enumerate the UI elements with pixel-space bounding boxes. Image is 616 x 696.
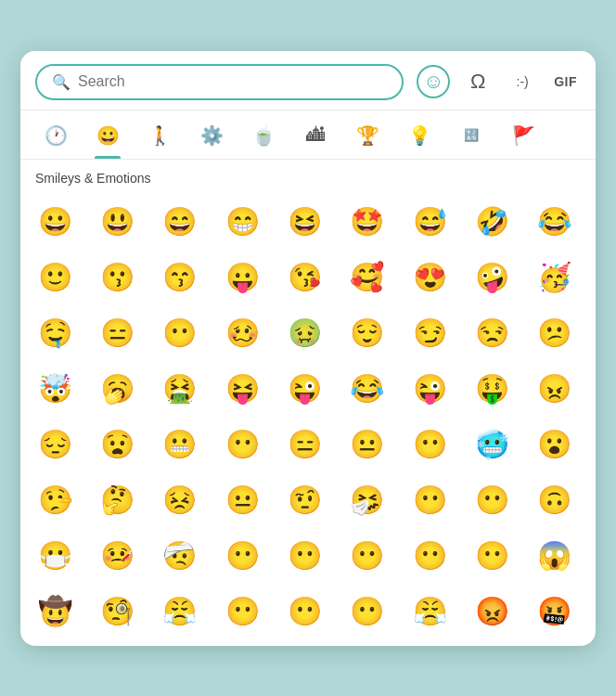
emoji-cell[interactable]: 🙂 <box>28 251 82 304</box>
emoji-cell[interactable]: 😶 <box>277 529 331 583</box>
search-input[interactable] <box>78 73 387 90</box>
emoji-cell[interactable]: 😧 <box>90 418 144 471</box>
emoji-cell[interactable]: 😶 <box>215 418 269 471</box>
tab-objects[interactable]: 🏆 <box>343 118 391 159</box>
category-tabs: 🕐 😀 🚶 ⚙️ 🍵 🏙 🏆 💡 🔣 🚩 <box>20 110 596 160</box>
emoji-cell[interactable]: 😶 <box>403 418 456 471</box>
emoji-cell[interactable]: 🤣 <box>465 195 519 249</box>
emoji-cell[interactable]: 😁 <box>215 195 269 249</box>
tab-text[interactable]: 🔣 <box>447 118 495 159</box>
emoji-cell[interactable]: 😏 <box>403 306 456 360</box>
emoji-cell[interactable]: 🙃 <box>528 473 582 527</box>
emoji-cell[interactable]: 🤒 <box>90 529 144 583</box>
emoji-cell[interactable]: 😃 <box>90 195 144 249</box>
tab-recent[interactable]: 🕐 <box>32 118 80 159</box>
emoji-cell[interactable]: 😷 <box>28 529 82 583</box>
emoji-cell[interactable]: 😶 <box>403 473 456 527</box>
emoji-cell[interactable]: 😶 <box>153 306 207 360</box>
emoji-cell[interactable]: 😂 <box>340 362 394 416</box>
emoji-cell[interactable]: 😬 <box>153 418 207 471</box>
emoji-cell[interactable]: 😑 <box>90 306 144 360</box>
tab-travel[interactable]: 🏙 <box>291 118 340 159</box>
emoji-cell[interactable]: 😅 <box>403 195 456 249</box>
emoji-cell[interactable]: 😐 <box>215 473 269 527</box>
emoji-picker: 🔍 ☺ Ω :-) GIF 🕐 😀 🚶 ⚙️ 🍵 🏙 🏆 💡 🔣 🚩 Smile… <box>20 51 596 646</box>
emoji-cell[interactable]: 😕 <box>528 306 582 360</box>
emoji-cell[interactable]: 😙 <box>153 251 207 304</box>
emoji-cell[interactable]: 😜 <box>277 362 331 416</box>
emoji-cell[interactable]: 😶 <box>340 585 394 638</box>
emoji-cell[interactable]: 🤯 <box>28 362 82 416</box>
emoji-cell[interactable]: 😌 <box>340 306 394 360</box>
tab-smileys[interactable]: 😀 <box>83 118 132 159</box>
omega-button[interactable]: Ω <box>461 65 494 98</box>
emoji-cell[interactable]: 😠 <box>528 362 582 416</box>
tab-symbols[interactable]: 💡 <box>395 118 443 159</box>
emoji-cell[interactable]: 😔 <box>28 418 82 471</box>
search-box[interactable]: 🔍 <box>35 64 404 100</box>
section-title: Smileys & Emotions <box>20 160 596 191</box>
emoji-cell[interactable]: 😍 <box>403 251 456 304</box>
emoji-cell[interactable]: 🥱 <box>90 362 144 416</box>
tab-flags[interactable]: 🚩 <box>499 118 547 159</box>
emoji-cell[interactable]: 🤪 <box>465 251 519 304</box>
emoji-cell[interactable]: 😘 <box>277 251 331 304</box>
emoji-cell[interactable]: 😶 <box>465 473 519 527</box>
header-icons: ☺ Ω :-) GIF <box>417 65 581 98</box>
search-icon: 🔍 <box>52 73 71 91</box>
emoji-cell[interactable]: 😤 <box>153 585 207 638</box>
emoji-cell[interactable]: 😮 <box>528 418 582 471</box>
emoji-cell[interactable]: 😀 <box>28 195 82 249</box>
emoji-cell[interactable]: 🤕 <box>153 529 207 583</box>
tab-food[interactable]: 🍵 <box>239 118 288 159</box>
emoji-cell[interactable]: 😜 <box>403 362 456 416</box>
emoji-cell[interactable]: 😛 <box>215 251 269 304</box>
emoji-cell[interactable]: 😝 <box>215 362 269 416</box>
emoji-cell[interactable]: 🤩 <box>340 195 394 249</box>
tab-activities[interactable]: ⚙️ <box>187 118 236 159</box>
emoji-cell[interactable]: 😶 <box>340 529 394 583</box>
emoji-tab-button[interactable]: ☺ <box>417 65 450 98</box>
emoji-cell[interactable]: 🤑 <box>465 362 519 416</box>
emoji-cell[interactable]: 🥴 <box>215 306 269 360</box>
emoji-cell[interactable]: 😄 <box>153 195 207 249</box>
emoji-cell[interactable]: 🤢 <box>277 306 331 360</box>
emoji-cell[interactable]: 🤠 <box>28 585 82 638</box>
emoji-cell[interactable]: 😤 <box>403 585 456 638</box>
emoji-cell[interactable]: 😶 <box>465 529 519 583</box>
header: 🔍 ☺ Ω :-) GIF <box>20 51 596 110</box>
emoji-cell[interactable]: 😑 <box>277 418 331 471</box>
emoji-cell[interactable]: 🤤 <box>28 306 82 360</box>
emoji-cell[interactable]: 🤥 <box>28 473 82 527</box>
emoji-cell[interactable]: 😂 <box>528 195 582 249</box>
emoji-cell[interactable]: 😐 <box>340 418 394 471</box>
emoji-cell[interactable]: 🥰 <box>340 251 394 304</box>
gif-button[interactable]: GIF <box>550 65 581 98</box>
emoji-cell[interactable]: 🤮 <box>153 362 207 416</box>
emoji-cell[interactable]: 😡 <box>465 585 519 638</box>
emoji-cell[interactable]: 🤔 <box>90 473 144 527</box>
emoji-cell[interactable]: 🥶 <box>465 418 519 471</box>
emoji-cell[interactable]: 🤬 <box>528 585 582 638</box>
emoji-cell[interactable]: 😶 <box>215 585 269 638</box>
emoji-cell[interactable]: 🥳 <box>528 251 582 304</box>
emoji-cell[interactable]: 🧐 <box>90 585 144 638</box>
emoji-cell[interactable]: 🤧 <box>340 473 394 527</box>
emoji-cell[interactable]: 😶 <box>277 585 331 638</box>
emoticon-button[interactable]: :-) <box>506 65 539 98</box>
emoji-cell[interactable]: 😒 <box>465 306 519 360</box>
emoji-cell[interactable]: 😶 <box>215 529 269 583</box>
emoji-cell[interactable]: 😶 <box>403 529 456 583</box>
emoji-cell[interactable]: 🤨 <box>277 473 331 527</box>
emoji-cell[interactable]: 😆 <box>277 195 331 249</box>
emoji-cell[interactable]: 😗 <box>90 251 144 304</box>
emoji-cell[interactable]: 😣 <box>153 473 207 527</box>
tab-people[interactable]: 🚶 <box>135 118 184 159</box>
emoji-grid: 😀😃😄😁😆🤩😅🤣😂🙂😗😙😛😘🥰😍🤪🥳🤤😑😶🥴🤢😌😏😒😕🤯🥱🤮😝😜😂😜🤑😠😔😧😬😶… <box>20 191 596 646</box>
emoji-cell[interactable]: 😱 <box>528 529 582 583</box>
